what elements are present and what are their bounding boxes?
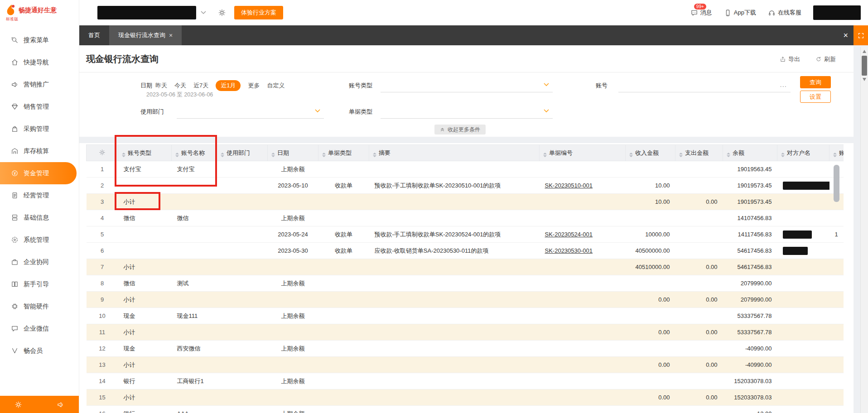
cell-doc_no (540, 194, 626, 210)
cell-doc_no: SK-20230530-001 (540, 243, 626, 259)
app-download-button[interactable]: App下载 (724, 9, 756, 17)
online-service-button[interactable]: 在线客服 (768, 9, 801, 17)
date-option-1[interactable]: 今天 (174, 82, 186, 90)
sidebar-item-member[interactable]: 畅会员 (0, 340, 79, 362)
sidebar-item-label: 企业微信 (24, 325, 49, 333)
cell-expense: 0.00 (675, 389, 723, 406)
sidebar-footer (0, 396, 79, 413)
column-header-date[interactable]: 日期 (268, 145, 318, 161)
sidebar-item-system[interactable]: 系统管理 (0, 229, 79, 251)
sidebar-item-label: 资金管理 (24, 169, 49, 178)
table-row[interactable]: 8微信测试上期余额2079990.00 (87, 275, 844, 292)
column-header-account_type[interactable]: 账号类型 (118, 145, 172, 161)
column-header-doc_no[interactable]: 单据编号 (540, 145, 626, 161)
department-select[interactable] (177, 105, 324, 119)
date-option-3[interactable]: 近1月 (216, 80, 241, 91)
table-row[interactable]: 4微信微信上期余额14107456.83 (87, 210, 844, 226)
column-header-doc_type[interactable]: 单据类型 (318, 145, 369, 161)
account-type-select[interactable] (381, 79, 553, 92)
sidebar-item-purchase[interactable]: 采购管理 (0, 118, 79, 140)
sort-icon (543, 153, 547, 157)
messages-button[interactable]: 99+ 消息 (690, 9, 712, 17)
subtotal-row[interactable]: 11小计0.000.0053337567.78 (87, 324, 844, 341)
date-option-2[interactable]: 近7天 (193, 82, 208, 90)
account-select[interactable]: ... (618, 79, 791, 92)
cell-balance: 14107456.83 (723, 210, 777, 226)
announcement-speaker-icon[interactable] (57, 401, 64, 408)
cell-partial: 1 (829, 226, 844, 243)
column-header-summary[interactable]: 摘要 (369, 145, 540, 161)
sidebar-item-quick-nav[interactable]: 快捷导航 (0, 51, 79, 73)
page-scrollbar[interactable] (860, 47, 868, 413)
doc-type-select[interactable] (381, 105, 553, 119)
column-header-dept[interactable]: 使用部门 (217, 145, 268, 161)
cell-income (626, 406, 675, 413)
export-button[interactable]: 导出 (780, 55, 800, 63)
sidebar-item-collaboration[interactable]: 企业协同 (0, 251, 79, 273)
table-scrollbar-thumb[interactable] (834, 165, 839, 202)
page-scrollbar-thumb[interactable] (862, 56, 867, 76)
subtotal-row[interactable]: 15小计0.000.00152033078.03 (87, 389, 844, 406)
table-row[interactable]: 10现金现金111上期余额53337567.78 (87, 308, 844, 324)
cell-doc_no (540, 324, 626, 341)
sidebar-item-wecom[interactable]: 企业微信 (0, 317, 79, 340)
table-row[interactable]: 14银行工商银行1上期余额152033078.03 (87, 373, 844, 389)
sidebar-item-funds[interactable]: 资金管理 (0, 162, 77, 184)
sidebar-item-sales[interactable]: 销售管理 (0, 96, 79, 118)
table-row[interactable]: 16银行AAA上期余额12.00 (87, 406, 844, 413)
cell-doc_type: 收款单 (318, 226, 369, 243)
cell-counterparty (777, 341, 829, 357)
date-option-5[interactable]: 自定义 (267, 82, 285, 90)
cell-partial (829, 324, 844, 341)
cell-dept (217, 275, 268, 292)
subtotal-row[interactable]: 9小计0.000.002079990.00 (87, 292, 844, 308)
table-row[interactable]: 52023-05-24收款单预收款-手工填制收款单SK-20230524-001… (87, 226, 844, 243)
cell-balance: 2079990.00 (723, 292, 777, 308)
more-options-ellipsis[interactable]: ... (780, 81, 787, 88)
sidebar-settings-gear-icon[interactable] (14, 401, 22, 408)
sidebar-item-guide[interactable]: 新手引导 (0, 273, 79, 295)
sidebar-item-search-menu[interactable]: 搜索菜单 (0, 29, 79, 51)
sidebar-item-inventory[interactable]: 库存核算 (0, 140, 79, 162)
tab-cashflow-query[interactable]: 现金银行流水查询 × (109, 25, 182, 45)
column-header-income[interactable]: 收入金额 (626, 145, 675, 161)
refresh-icon (815, 56, 822, 62)
column-header-balance[interactable]: 余额 (723, 145, 777, 161)
column-header-account_name[interactable]: 账号名称 (172, 145, 217, 161)
cell-balance: 19019563.45 (723, 161, 777, 178)
topbar-gear-icon[interactable] (218, 9, 226, 17)
doc-no-link[interactable]: SK-20230524-001 (545, 231, 593, 238)
sidebar-item-basic-info[interactable]: 基础信息 (0, 206, 79, 229)
table-settings-gear-icon[interactable] (87, 145, 118, 161)
fullscreen-button[interactable] (854, 25, 868, 45)
table-row[interactable]: 62023-05-30收款单应收款-收取销货单SA-20230530-011的款… (87, 243, 844, 259)
query-button[interactable]: 查询 (800, 76, 831, 88)
settings-button[interactable]: 设置 (800, 91, 831, 103)
subtotal-row[interactable]: 3小计10.000.0019019573.45 (87, 194, 844, 210)
table-row[interactable]: 1支付宝支付宝上期余额19019563.45 (87, 161, 844, 178)
subtotal-row[interactable]: 13小计0.000.00-40990.00 (87, 357, 844, 373)
table-header-row: 账号类型账号名称使用部门日期单据类型摘要单据编号收入金额支出金额余额对方户名账 (87, 145, 844, 161)
trial-plan-button[interactable]: 体验行业方案 (234, 6, 283, 19)
table-row[interactable]: 22023-05-10收款单预收款-手工填制收款单SK-20230510-001… (87, 178, 844, 194)
doc-no-link[interactable]: SK-20230510-001 (545, 182, 593, 189)
sidebar-item-hardware[interactable]: 智能硬件 (0, 295, 79, 317)
collapse-filters-button[interactable]: 收起更多条件 (434, 125, 486, 134)
column-header-counterparty[interactable]: 对方户名 (777, 145, 829, 161)
scroll-down-icon[interactable] (863, 78, 866, 81)
column-header-partial[interactable]: 账 (829, 145, 844, 161)
table-row[interactable]: 12现金西安微信上期余额-40990.00 (87, 341, 844, 357)
tab-close-icon[interactable]: × (169, 32, 173, 38)
subtotal-row[interactable]: 7小计40510000.000.0054617456.83 (87, 259, 844, 275)
tab-home[interactable]: 首页 (79, 25, 109, 45)
close-all-tabs-icon[interactable]: × (838, 31, 854, 40)
doc-no-link[interactable]: SK-20230530-001 (545, 247, 593, 254)
sidebar-item-operation[interactable]: 经营管理 (0, 184, 79, 206)
column-header-expense[interactable]: 支出金额 (675, 145, 723, 161)
sidebar-item-marketing[interactable]: 营销推广 (0, 73, 79, 96)
scroll-up-icon[interactable] (863, 50, 866, 53)
date-option-4[interactable]: 更多 (248, 82, 260, 90)
date-option-0[interactable]: 昨天 (155, 82, 167, 90)
refresh-button[interactable]: 刷新 (815, 55, 836, 63)
org-selector[interactable] (97, 5, 211, 20)
